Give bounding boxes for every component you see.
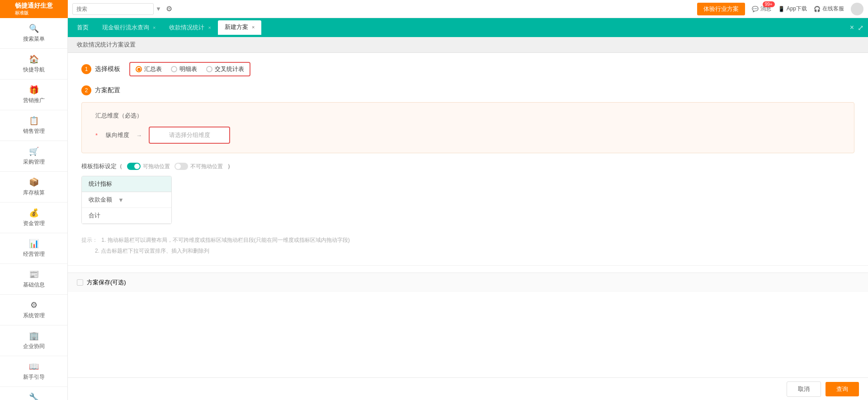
cart-icon: 🛒	[29, 146, 39, 156]
tab-cashflow[interactable]: 现金银行流水查询 ×	[95, 20, 162, 35]
indicator-item-0[interactable]: 收款金额 ▼	[82, 192, 171, 208]
step1-badge: 1	[81, 64, 91, 74]
step1-label: 选择模板	[95, 65, 120, 73]
radio-detail[interactable]: 明细表	[171, 65, 197, 73]
tab-home-label: 首页	[77, 24, 89, 32]
app-download-label: App下载	[787, 5, 807, 13]
tab-receipts[interactable]: 收款情况统计 ×	[162, 20, 217, 35]
tab-home[interactable]: 首页	[70, 20, 95, 35]
sidebar: 🔍 搜索菜单 🏠 快捷导航 🎁 营销推广 📋 销售管理 🛒 采购管理 📦 库存核…	[0, 18, 68, 400]
tip-item-0: 1. 拖动标题栏可以调整布局，不可跨维度或指标区域拖动栏目段(只能在同一维度或指…	[101, 237, 349, 243]
sidebar-item-guide[interactable]: 📖 新手引导	[0, 356, 67, 387]
toggle1-text: 可拖动位置	[143, 163, 170, 170]
step2-label: 方案配置	[95, 86, 120, 94]
step2-section: 2 方案配置 汇总维度（必选） * 纵向维度 → 请选择分组维度	[81, 85, 854, 256]
dimension-title: 汇总维度（必选）	[95, 112, 840, 120]
top-header: 畅捷通好生意 标准版 ▼ ⚙ 体验行业方案 💬 消息 99+ 📱 App下载 🎧…	[0, 0, 868, 18]
sidebar-label-system: 系统管理	[23, 312, 45, 320]
indicator-settings-header: 模板指标设定（ 可拖动位置 不可拖动位置 ）	[81, 162, 854, 170]
window-close-button[interactable]: ×	[850, 24, 854, 32]
toggle1-box[interactable]	[127, 163, 141, 170]
sidebar-label-inventory: 库存核算	[23, 189, 45, 197]
tips-section: 提示： 1. 拖动标题栏可以调整布局，不可跨维度或指标区域拖动栏目段(只能在同一…	[81, 235, 854, 256]
dimension-placeholder: 请选择分组维度	[169, 131, 210, 139]
sidebar-label-collab: 企业协同	[23, 343, 45, 350]
radio-cross-label: 交叉统计表	[215, 65, 244, 73]
sidebar-label-nav: 快捷导航	[23, 66, 45, 74]
dimension-selector[interactable]: 请选择分组维度	[149, 127, 230, 144]
home-icon: 🏠	[29, 54, 39, 64]
sidebar-item-search[interactable]: 🔍 搜索菜单	[0, 18, 67, 49]
sidebar-item-purchase[interactable]: 🛒 采购管理	[0, 141, 67, 172]
step2-badge: 2	[81, 85, 91, 95]
tab-cashflow-close[interactable]: ×	[153, 25, 156, 30]
logo: 畅捷通好生意 标准版	[0, 0, 68, 18]
sidebar-item-business[interactable]: 📊 经营管理	[0, 233, 67, 264]
gift-icon: 🎁	[29, 85, 39, 95]
tab-receipts-label: 收款情况统计	[169, 24, 204, 32]
sidebar-item-system[interactable]: ⚙ 系统管理	[0, 295, 67, 325]
sidebar-item-inventory[interactable]: 📦 库存核算	[0, 172, 67, 202]
industry-button[interactable]: 体验行业方案	[697, 3, 745, 15]
tab-bar: 首页 现金银行流水查询 × 收款情况统计 × 新建方案 × × ⤢	[68, 18, 868, 37]
sidebar-item-basic[interactable]: 📰 基础信息	[0, 264, 67, 295]
header-actions: 体验行业方案 💬 消息 99+ 📱 App下载 🎧 在线客服	[697, 3, 863, 15]
dimension-row: * 纵向维度 → 请选择分组维度	[95, 127, 840, 144]
info-icon: 📰	[29, 269, 39, 279]
sidebar-label-marketing: 营销推广	[23, 97, 45, 104]
radio-detail-circle	[171, 66, 177, 72]
tab-receipts-close[interactable]: ×	[208, 25, 211, 30]
search-icon: 🔍	[29, 24, 39, 33]
tip-item-1: 2. 点击标题栏下拉可设置排序、插入列和删除列	[95, 248, 209, 254]
sidebar-item-finance[interactable]: 💰 资金管理	[0, 202, 67, 233]
search-dropdown-icon[interactable]: ▼	[156, 5, 161, 12]
window-expand-button[interactable]: ⤢	[858, 24, 863, 32]
toggle1-label: 可拖动位置	[127, 163, 170, 170]
form-section: 1 选择模板 汇总表 明细表	[68, 53, 868, 265]
sidebar-item-collab[interactable]: 🏢 企业协同	[0, 325, 67, 356]
divider	[68, 265, 868, 266]
sidebar-item-marketing[interactable]: 🎁 营销推广	[0, 80, 67, 110]
sidebar-label-purchase: 采购管理	[23, 158, 45, 166]
query-button[interactable]: 查询	[826, 382, 859, 396]
page-title: 收款情况统计方案设置	[77, 41, 136, 48]
app-download-item[interactable]: 📱 App下载	[778, 5, 807, 13]
sidebar-label-sales: 销售管理	[23, 127, 45, 135]
radio-summary[interactable]: 汇总表	[136, 65, 162, 73]
system-icon: ⚙	[30, 300, 38, 310]
sidebar-label-basic: 基础信息	[23, 281, 45, 289]
toggle2-label: 不可拖动位置	[175, 163, 223, 170]
toggle2-box[interactable]	[175, 163, 188, 170]
guide-icon: 📖	[29, 362, 39, 372]
sidebar-item-hardware[interactable]: 🔧 智能硬件	[0, 387, 67, 400]
indicator-label-0: 收款金额	[89, 196, 112, 204]
search-input[interactable]	[72, 3, 154, 15]
indicator-settings-title: 模板指标设定（	[81, 162, 123, 170]
money-icon: 💰	[29, 208, 39, 218]
sidebar-label-guide: 新手引导	[23, 373, 45, 381]
bottom-bar: 取消 查询	[68, 377, 868, 400]
sidebar-label-finance: 资金管理	[23, 220, 45, 227]
tab-cashflow-label: 现金银行流水查询	[102, 24, 149, 32]
online-service-item[interactable]: 🎧 在线客服	[814, 5, 844, 13]
main-wrapper: 🔍 搜索菜单 🏠 快捷导航 🎁 营销推广 📋 销售管理 🛒 采购管理 📦 库存核…	[0, 18, 868, 400]
gear-icon[interactable]: ⚙	[166, 5, 172, 13]
template-radio-group: 汇总表 明细表 交叉统计表	[129, 62, 250, 76]
tab-new-scheme-close[interactable]: ×	[252, 24, 255, 30]
notification-item[interactable]: 💬 消息 99+	[752, 5, 771, 13]
tab-new-scheme[interactable]: 新建方案 ×	[218, 20, 261, 35]
save-checkbox[interactable]	[77, 279, 83, 286]
indicator-table-header: 统计指标	[82, 176, 171, 192]
indicator-item-1[interactable]: 合计	[82, 208, 171, 224]
radio-cross[interactable]: 交叉统计表	[206, 65, 244, 73]
tab-bar-controls: × ⤢	[850, 24, 866, 32]
tips-title: 提示：	[81, 237, 98, 243]
user-avatar[interactable]	[851, 3, 863, 15]
dropdown-arrow-icon[interactable]: ▼	[118, 197, 124, 203]
indicator-block: 模板指标设定（ 可拖动位置 不可拖动位置 ）	[81, 162, 854, 256]
sidebar-item-nav[interactable]: 🏠 快捷导航	[0, 49, 67, 80]
section-title: 收款情况统计方案设置	[68, 37, 868, 53]
vertical-dimension-label: 纵向维度	[106, 131, 129, 139]
sidebar-item-sales[interactable]: 📋 销售管理	[0, 110, 67, 141]
cancel-button[interactable]: 取消	[787, 381, 821, 397]
